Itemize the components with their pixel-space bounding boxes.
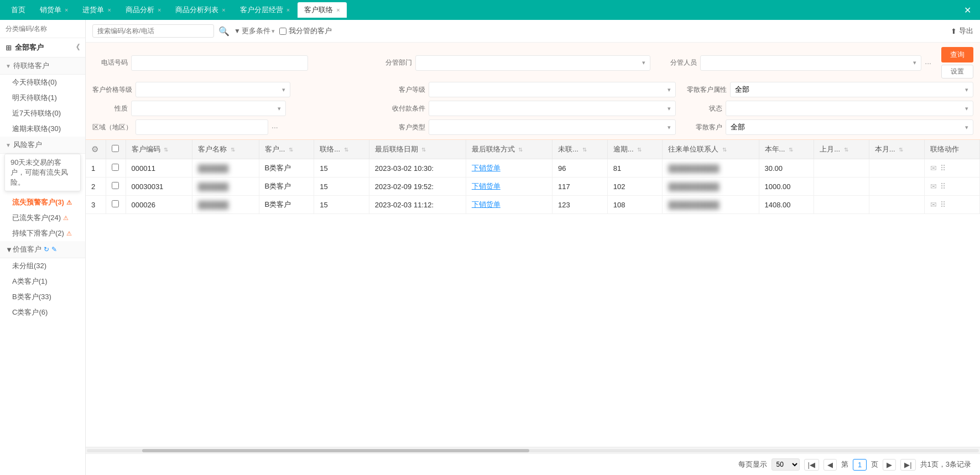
th-name: 客户名称 ⇅ — [192, 140, 259, 159]
status-select[interactable]: ▾ — [726, 101, 973, 116]
contact-method-link[interactable]: 下销货单 — [472, 182, 501, 190]
close-icon[interactable]: × — [336, 7, 340, 13]
sidebar-group-header-pending[interactable]: ▼ 待联络客户 — [0, 58, 85, 75]
tab-bar: 首页 销货单 × 进货单 × 商品分析 × 商品分析列表 × 客户分层经营 × … — [0, 0, 980, 20]
td-type-3: B类客户 — [259, 196, 314, 214]
more-options-button[interactable]: ··· — [921, 59, 935, 67]
sidebar-item-class-b[interactable]: B类客户(33) — [0, 289, 85, 305]
zero-retail-select[interactable]: 全部 ▾ — [726, 119, 973, 135]
phone-input[interactable] — [131, 55, 308, 71]
horizontal-scrollbar[interactable] — [86, 447, 980, 453]
customer-level-select[interactable]: ▾ — [429, 82, 676, 97]
customer-type-select[interactable]: ▾ — [429, 119, 676, 135]
tab-product-analysis[interactable]: 商品分析 × — [119, 2, 168, 18]
my-customers-checkbox[interactable] — [279, 28, 286, 35]
my-customers-checkbox-label[interactable]: 我分管的客户 — [279, 26, 332, 36]
search-input[interactable] — [92, 24, 214, 38]
sidebar-item-today[interactable]: 今天待联络(0) — [0, 75, 85, 90]
sidebar-item-overdue[interactable]: 逾期未联络(30) — [0, 121, 85, 137]
td-name-3: ██████ — [192, 196, 259, 214]
contact-method-link[interactable]: 下销货单 — [472, 200, 501, 208]
customers-table: ⚙ 客户编码 ⇅ 客户名称 ⇅ — [86, 140, 980, 214]
prev-page-button[interactable]: ◀ — [823, 459, 837, 471]
row-checkbox[interactable] — [112, 200, 119, 207]
person-select[interactable]: ▾ — [700, 55, 922, 71]
sidebar-item-class-a[interactable]: A类客户(1) — [0, 274, 85, 289]
toolbar: 🔍 ▼ 更多条件 ▾ 我分管的客户 ⬆ 导出 — [86, 20, 980, 43]
window-close-button[interactable]: ✕ — [960, 3, 976, 18]
more-actions-icon[interactable]: ⠿ — [940, 200, 946, 209]
sidebar-item-tomorrow[interactable]: 明天待联络(1) — [0, 90, 85, 106]
contact-method-link[interactable]: 下销货单 — [472, 164, 501, 172]
message-icon[interactable]: ✉ — [930, 200, 937, 209]
sidebar-item-churned[interactable]: 已流失客户(24) ⚠ — [0, 210, 85, 226]
close-icon[interactable]: × — [286, 7, 290, 13]
close-icon[interactable]: × — [222, 7, 225, 13]
sidebar-group-header-value[interactable]: ▼ 价值客户 ↻ ✎ — [0, 241, 85, 258]
table-row: 1 000011 ██████ B类客户 15 2023-03-02 10:30… — [86, 159, 980, 178]
refresh-icon[interactable]: ↻ — [44, 246, 49, 253]
tab-customer-tier[interactable]: 客户分层经营 × — [233, 2, 296, 18]
td-last-date-2: 2023-02-09 19:52: — [369, 178, 466, 196]
last-page-button[interactable]: ▶| — [900, 459, 915, 471]
close-icon[interactable]: × — [158, 7, 161, 13]
search-button[interactable]: 🔍 — [218, 26, 230, 36]
gender-select[interactable]: ▾ — [131, 101, 286, 116]
edit-icon[interactable]: ✎ — [51, 246, 57, 253]
next-page-button[interactable]: ▶ — [883, 459, 896, 471]
td-annual-3: 1408.00 — [759, 196, 814, 214]
scrollbar-thumb[interactable] — [142, 449, 529, 452]
sidebar-group-header-risk[interactable]: ▼ 风险客户 — [0, 137, 85, 154]
message-icon[interactable]: ✉ — [930, 182, 937, 191]
td-actions-3: ✉ ⠿ — [924, 196, 979, 214]
settings-button[interactable]: 设置 — [941, 65, 973, 79]
more-actions-icon[interactable]: ⠿ — [940, 182, 946, 191]
row-checkbox[interactable] — [112, 164, 119, 171]
zero-retail-attr-select[interactable]: 全部 ▾ — [730, 82, 973, 97]
sort-icon: ⇅ — [722, 147, 727, 153]
sidebar-item-ungrouped[interactable]: 未分组(32) — [0, 258, 85, 274]
region-more-button[interactable]: ··· — [268, 123, 282, 132]
arrow-icon: ▼ — [6, 63, 11, 69]
sort-icon: ⇅ — [844, 147, 848, 153]
more-conditions-button[interactable]: ▼ 更多条件 ▾ — [234, 26, 275, 36]
message-icon[interactable]: ✉ — [930, 164, 937, 173]
payment-select[interactable]: ▾ — [429, 101, 676, 116]
first-page-button[interactable]: |◀ — [804, 459, 819, 471]
per-page-select[interactable]: 50 100 200 — [772, 458, 800, 471]
td-last-method-1: 下销货单 — [466, 159, 552, 178]
pagination: 每页显示 50 100 200 |◀ ◀ 第 1 页 ▶ ▶| 共1页，3条记录 — [86, 453, 980, 475]
sidebar-search-input[interactable] — [6, 25, 86, 33]
gear-icon[interactable]: ⚙ — [91, 144, 98, 154]
row-checkbox[interactable] — [112, 182, 119, 189]
close-icon[interactable]: × — [65, 7, 68, 13]
scrollbar-track — [87, 449, 979, 452]
td-this-month-2 — [869, 178, 924, 196]
warning-icon: ⚠ — [66, 199, 72, 206]
more-actions-icon[interactable]: ⠿ — [940, 164, 946, 173]
dept-select[interactable]: ▾ — [415, 55, 650, 71]
sidebar-item-class-c[interactable]: C类客户(6) — [0, 305, 85, 320]
grid-icon: ⊞ — [6, 44, 12, 52]
td-this-month-3 — [869, 196, 924, 214]
sidebar-item-declining[interactable]: 持续下滑客户(2) ⚠ — [0, 226, 85, 241]
tab-customer-contact[interactable]: 客户联络 × — [298, 2, 346, 18]
tab-home[interactable]: 首页 — [4, 2, 32, 18]
select-all-checkbox[interactable] — [112, 145, 119, 152]
sidebar-all-customers[interactable]: ⊞ 全部客户 《 — [0, 38, 85, 58]
export-button[interactable]: ⬆ 导出 — [951, 26, 973, 36]
tab-purchase[interactable]: 进货单 × — [76, 2, 117, 18]
tab-sales[interactable]: 销货单 × — [33, 2, 75, 18]
region-input[interactable] — [135, 119, 268, 135]
close-icon[interactable]: × — [107, 7, 111, 13]
arrow-icon: ▼ — [6, 246, 13, 254]
sort-icon: ⇅ — [637, 147, 642, 153]
td-code-3: 000026 — [126, 196, 192, 214]
td-contact-count-3: 15 — [314, 196, 369, 214]
price-level-select[interactable]: ▾ — [135, 82, 290, 97]
sidebar-item-7days[interactable]: 近7天待联络(0) — [0, 106, 85, 121]
query-button[interactable]: 查询 — [941, 47, 973, 62]
sidebar-item-churn-warning[interactable]: 流失预警客户(3) ⚠ — [0, 195, 85, 210]
tab-product-analysis-list[interactable]: 商品分析列表 × — [169, 2, 232, 18]
td-check-2 — [106, 178, 126, 196]
